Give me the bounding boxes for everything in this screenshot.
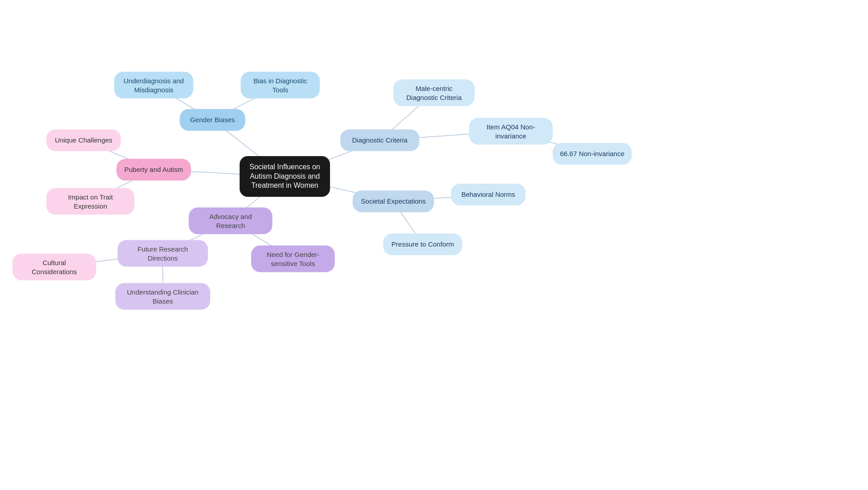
node-puberty-autism[interactable]: Puberty and Autism	[117, 159, 191, 181]
node-diagnostic-criteria[interactable]: Diagnostic Criteria	[340, 129, 420, 151]
node-impact-trait[interactable]: Impact on Trait Expression	[47, 188, 135, 215]
node-societal-expectations[interactable]: Societal Expectations	[353, 190, 434, 212]
node-advocacy-research[interactable]: Advocacy and Research	[189, 208, 273, 234]
node-need-gender-tools[interactable]: Need for Gender-sensitive Tools	[251, 246, 335, 272]
node-bias-diagnostic-tools[interactable]: Bias in Diagnostic Tools	[241, 72, 320, 99]
node-understanding-clinician[interactable]: Understanding Clinician Biases	[115, 283, 210, 310]
node-unique-challenges[interactable]: Unique Challenges	[47, 129, 121, 151]
node-gender-biases[interactable]: Gender Biases	[180, 109, 245, 131]
node-cultural-considerations[interactable]: Cultural Considerations	[13, 254, 96, 281]
node-male-centric[interactable]: Male-centric Diagnostic Criteria	[393, 80, 475, 106]
node-center[interactable]: Societal Influences on Autism Diagnosis …	[240, 156, 330, 197]
node-future-research[interactable]: Future Research Directions	[118, 240, 208, 267]
node-underdiagnosis[interactable]: Underdiagnosis and Misdiagnosis	[114, 72, 193, 99]
node-pressure-conform[interactable]: Pressure to Conform	[383, 233, 462, 255]
node-non-invariance-6667[interactable]: 66.67 Non-invariance	[553, 143, 632, 165]
mind-map-container: Societal Influences on Autism Diagnosis …	[0, 0, 868, 490]
node-behavioral-norms[interactable]: Behavioral Norms	[451, 184, 526, 205]
node-item-aq04[interactable]: Item AQ04 Non-invariance	[469, 118, 553, 145]
